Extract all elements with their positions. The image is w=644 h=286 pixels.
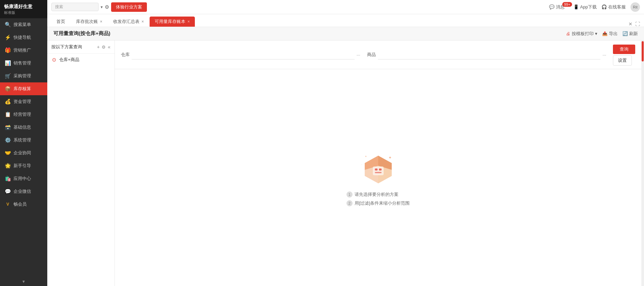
sidebar-item-appstore[interactable]: 🛍️ 应用中心 — [0, 172, 47, 185]
right-panel: 仓库 ··· 商品 ··· 查询 设置 — [115, 41, 641, 286]
warehouse-more[interactable]: ··· — [357, 52, 360, 57]
purchase-icon: 🛒 — [5, 73, 11, 79]
member-icon: V — [5, 202, 11, 207]
sidebar-item-label: 快捷导航 — [14, 34, 31, 41]
sidebar-item-label: 营销推广 — [14, 47, 31, 53]
sidebar-item-label: 基础信息 — [14, 124, 31, 130]
search-icon: 🔍 — [5, 22, 11, 28]
sidebar-item-label: 经营管理 — [14, 111, 31, 118]
sidebar-item-marketing[interactable]: 🎁 营销推广 — [0, 44, 47, 57]
wechat-icon: 💬 — [5, 188, 11, 194]
svg-rect-5 — [375, 168, 378, 171]
tab-home[interactable]: 首页 — [51, 17, 70, 27]
sidebar-item-finance[interactable]: 💰 资金管理 — [0, 95, 47, 108]
sidebar-item-label: 企业协同 — [14, 150, 31, 156]
scheme-item-warehouse-goods[interactable]: ⊙ 仓库+商品 — [47, 54, 114, 66]
tab-receipt-summary[interactable]: 收发存汇总表 × — [108, 17, 149, 27]
sidebar-header: 畅康通好生意 标准版 — [0, 0, 47, 18]
tab-available-ledger[interactable]: 可用量库存账本 × — [150, 17, 195, 27]
sidebar-item-label: 畅会员 — [14, 201, 27, 207]
sidebar-item-enterprise[interactable]: 🤝 企业协同 — [0, 147, 47, 159]
basic-icon: 🗃️ — [5, 124, 11, 130]
sidebar-item-member[interactable]: V 畅会员 — [0, 198, 47, 211]
scrollbar-thumb[interactable] — [642, 41, 644, 61]
app-download-label: App下载 — [580, 4, 597, 10]
tab-expand-icon[interactable]: ⛶ — [635, 21, 640, 27]
user-avatar[interactable]: Rit — [630, 2, 640, 12]
page-header: 可用量查询(按仓库+商品) 🖨 按模板打印 ▾ 📤 导出 🔄 刷新 — [47, 27, 644, 41]
operations-icon: 📋 — [5, 111, 11, 118]
tab-home-label: 首页 — [56, 19, 65, 25]
tab-batch-ledger-close[interactable]: × — [100, 19, 102, 24]
refresh-button[interactable]: 🔄 刷新 — [622, 31, 638, 37]
scheme-panel-header: 按以下方案查询 + ⚙ « — [47, 41, 114, 54]
industry-button[interactable]: 体验行业方案 — [111, 2, 147, 12]
query-button[interactable]: 查询 — [613, 45, 635, 54]
sidebar-item-purchase[interactable]: 🛒 采购管理 — [0, 70, 47, 82]
svg-rect-6 — [379, 168, 382, 171]
tab-available-ledger-label: 可用量库存账本 — [155, 19, 185, 25]
scheme-setting-icon[interactable]: ⚙ — [102, 45, 106, 50]
svg-rect-4 — [373, 166, 384, 175]
svg-text:✦: ✦ — [388, 155, 392, 160]
sidebar-item-newbie[interactable]: 🌟 新手引导 — [0, 159, 47, 172]
sidebar-item-sales[interactable]: 📊 销售管理 — [0, 57, 47, 70]
sidebar-item-basic[interactable]: 🗃️ 基础信息 — [0, 121, 47, 134]
system-icon: ⚙️ — [5, 137, 11, 143]
sidebar-item-label: 系统管理 — [14, 137, 31, 143]
goods-more[interactable]: ··· — [602, 52, 606, 57]
svg-text:✦: ✦ — [365, 155, 367, 158]
print-label: 按模板打印 — [572, 31, 594, 37]
app-download-btn[interactable]: 📱 App下载 — [573, 4, 597, 10]
tab-close-icon[interactable]: ✕ — [628, 21, 633, 27]
sidebar-item-wechat[interactable]: 💬 企业微信 — [0, 185, 47, 198]
online-service-btn[interactable]: 🎧 在线客服 — [601, 4, 626, 10]
sales-icon: 📊 — [5, 60, 11, 66]
setting-button[interactable]: 设置 — [613, 55, 632, 66]
warehouse-input[interactable] — [132, 50, 355, 59]
topbar-dropdown-icon[interactable]: ▾ — [101, 5, 103, 9]
filter-row: 仓库 ··· 商品 ··· 查询 设置 — [115, 41, 641, 69]
sidebar-item-inventory[interactable]: 📦 库存核算 — [0, 82, 47, 95]
warehouse-filter-group: 仓库 ··· — [121, 50, 360, 59]
tab-batch-ledger[interactable]: 库存批次账 × — [71, 17, 107, 27]
tabbar: 首页 库存批次账 × 收发存汇总表 × 可用量库存账本 × ✕ ⛶ — [47, 14, 644, 27]
empty-state: ✦ ✦ · 1 请先选择要分析的方案 2 用[过滤]条件来缩小分析范围 — [115, 69, 641, 286]
tab-available-ledger-close[interactable]: × — [187, 19, 190, 24]
scheme-panel-title: 按以下方案查询 — [51, 44, 95, 50]
app-version: 标准版 — [4, 10, 43, 15]
print-icon: 🖨 — [566, 31, 570, 36]
sidebar-scroll-down[interactable]: ▼ — [0, 277, 47, 286]
sidebar-item-label: 搜索菜单 — [14, 22, 31, 28]
chevron-down-icon: ▼ — [22, 279, 26, 284]
inventory-icon: 📦 — [5, 86, 11, 92]
hint-text-2: 用[过滤]条件来缩小分析范围 — [355, 200, 410, 206]
tab-receipt-summary-label: 收发存汇总表 — [113, 19, 139, 25]
sidebar-item-search[interactable]: 🔍 搜索菜单 — [0, 18, 47, 31]
export-button[interactable]: 📤 导出 — [602, 31, 618, 37]
goods-filter-group: 商品 ··· — [367, 50, 607, 59]
export-label: 导出 — [609, 31, 618, 37]
shortcut-icon: ⚡ — [5, 34, 11, 41]
svg-rect-7 — [375, 172, 382, 173]
tab-receipt-summary-close[interactable]: × — [141, 19, 144, 24]
hint-line-1: 1 请先选择要分析的方案 — [346, 191, 410, 198]
goods-input[interactable] — [378, 50, 601, 59]
sidebar-item-system[interactable]: ⚙️ 系统管理 — [0, 134, 47, 147]
phone-icon: 📱 — [573, 4, 579, 9]
sidebar-item-shortcut[interactable]: ⚡ 快捷导航 — [0, 31, 47, 44]
sidebar-nav: 🔍 搜索菜单 ⚡ 快捷导航 🎁 营销推广 📊 销售管理 🛒 采购管理 📦 库存核… — [0, 18, 47, 277]
sidebar-item-operations[interactable]: 📋 经营管理 — [0, 108, 47, 121]
scheme-item-icon: ⊙ — [52, 57, 56, 63]
scheme-add-icon[interactable]: + — [97, 44, 100, 50]
right-scrollbar[interactable] — [641, 41, 644, 286]
online-service-label: 在线客服 — [608, 4, 626, 10]
tabbar-right: ✕ ⛶ — [628, 21, 640, 27]
topbar-left: 搜索 ▾ ⚙ 体验行业方案 — [51, 2, 546, 12]
sidebar-item-label: 库存核算 — [14, 86, 31, 92]
topbar-gear-icon[interactable]: ⚙ — [105, 4, 109, 10]
scheme-collapse-icon[interactable]: « — [108, 44, 110, 50]
message-btn[interactable]: 💬 消息 99+ — [549, 4, 569, 10]
print-button[interactable]: 🖨 按模板打印 ▾ — [566, 31, 597, 37]
topbar: 搜索 ▾ ⚙ 体验行业方案 💬 消息 99+ 📱 App下载 🎧 在线客服 Ri… — [47, 0, 644, 14]
